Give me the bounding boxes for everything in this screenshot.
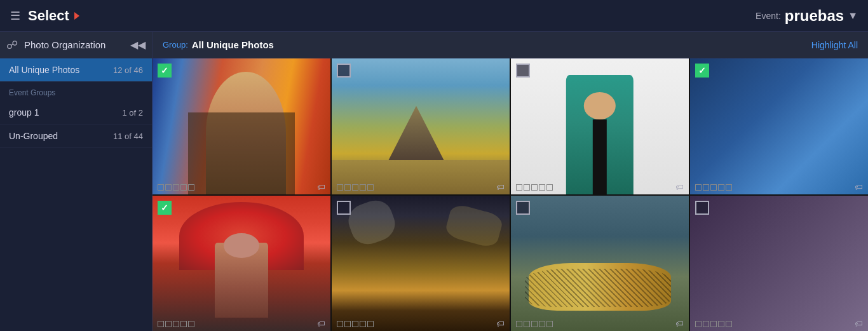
photo-checkbox-4[interactable] (695, 64, 709, 78)
photo-stars-2 (337, 184, 374, 191)
event-dropdown-icon[interactable]: ▼ (848, 10, 858, 22)
star-icon (726, 184, 732, 191)
sidebar-item-all-unique-photos[interactable]: All Unique Photos 12 of 46 (0, 58, 152, 82)
sidebar-all-unique-count: 12 of 46 (113, 65, 143, 75)
star-icon (360, 321, 366, 327)
star-icon (173, 321, 179, 327)
photo-org-title: Photo Organization (24, 39, 130, 50)
star-icon (367, 321, 374, 327)
star-icon (337, 184, 343, 191)
brand-text: Select (28, 8, 69, 24)
sidebar-item-group1[interactable]: group 1 1 of 2 (0, 101, 152, 125)
tag-icon: 🏷 (675, 182, 684, 192)
photo-grid: 🏷 🏷 (153, 58, 868, 331)
tag-icon: 🏷 (855, 319, 863, 328)
photo-cell-4[interactable]: 🏷 (690, 58, 868, 194)
tag-icon: 🏷 (496, 182, 505, 192)
photo-stars-7 (516, 321, 553, 327)
photo-cell-8[interactable]: 🏷 (690, 196, 868, 332)
sidebar-ungrouped-count: 11 of 44 (113, 132, 143, 141)
sidebar-group1-count: 1 of 2 (122, 108, 143, 118)
photo-checkbox-6[interactable] (337, 201, 351, 215)
tag-icon: 🏷 (317, 319, 325, 328)
star-icon (710, 184, 717, 191)
photo-checkbox-8[interactable] (695, 201, 709, 215)
sidebar-all-unique-label: All Unique Photos (9, 65, 113, 75)
star-icon (516, 321, 522, 327)
star-icon (718, 321, 724, 327)
star-icon (524, 184, 530, 191)
tag-icon: 🏷 (855, 182, 863, 192)
star-icon (367, 184, 374, 191)
sidebar-item-ungrouped[interactable]: Un-Grouped 11 of 44 (0, 125, 152, 148)
star-icon (173, 184, 179, 191)
collapse-sidebar-icon[interactable]: ◀◀ (130, 39, 146, 51)
star-icon (726, 321, 732, 327)
tag-icon: 🏷 (317, 182, 325, 192)
star-icon (158, 184, 164, 191)
photo-stars-1 (158, 184, 194, 191)
star-icon (524, 321, 530, 327)
photo-stars-5 (158, 321, 194, 327)
photo-stars-3 (516, 184, 553, 191)
photo-stars-6 (337, 321, 374, 327)
photo-cell-2[interactable]: 🏷 (332, 58, 510, 194)
star-icon (695, 184, 702, 191)
event-label: Event: (756, 11, 781, 21)
sidebar: All Unique Photos 12 of 46 Event Groups … (0, 58, 153, 331)
photo-cell-3[interactable]: 🏷 (511, 58, 689, 194)
sidebar-group1-label: group 1 (9, 107, 122, 118)
star-icon (531, 321, 538, 327)
sub-nav-left: ☍ Photo Organization ◀◀ (0, 32, 153, 58)
star-icon (695, 321, 702, 327)
sub-nav-right: Group: All Unique Photos Highlight All (153, 39, 868, 50)
star-icon (165, 321, 172, 327)
group-label: Group: (163, 40, 188, 50)
star-icon (158, 321, 164, 327)
photo-checkbox-1[interactable] (158, 64, 172, 78)
photo-checkbox-5[interactable] (158, 201, 172, 215)
star-icon (337, 321, 343, 327)
star-icon (546, 321, 553, 327)
star-icon (360, 184, 366, 191)
sidebar-event-groups-header: Event Groups (0, 82, 152, 101)
photo-cell-6[interactable]: 🏷 (332, 196, 510, 332)
photo-cell-7[interactable]: 🏷 (511, 196, 689, 332)
star-icon (516, 184, 522, 191)
event-groups-label: Event Groups (9, 88, 55, 97)
star-icon (539, 321, 545, 327)
top-nav: ☰ Select Event: pruebas ▼ (0, 0, 868, 32)
photo-checkbox-2[interactable] (337, 64, 351, 78)
star-icon (539, 184, 545, 191)
photo-org-icon: ☍ (6, 38, 18, 52)
star-icon (718, 184, 724, 191)
star-icon (703, 321, 709, 327)
photo-cell-1[interactable]: 🏷 (153, 58, 330, 194)
sidebar-ungrouped-label: Un-Grouped (9, 131, 113, 141)
brand-arrow-icon (74, 12, 79, 20)
photo-stars-4 (695, 184, 732, 191)
event-name: pruebas (785, 7, 844, 25)
highlight-all-button[interactable]: Highlight All (811, 40, 858, 50)
star-icon (344, 321, 351, 327)
photo-checkbox-7[interactable] (516, 201, 530, 215)
star-icon (546, 184, 553, 191)
photo-stars-8 (695, 321, 732, 327)
photo-cell-5[interactable]: 🏷 (153, 196, 330, 332)
star-icon (344, 184, 351, 191)
tag-icon: 🏷 (496, 319, 505, 328)
star-icon (180, 321, 187, 327)
star-icon (188, 321, 194, 327)
star-icon (710, 321, 717, 327)
tag-icon: 🏷 (675, 319, 684, 328)
star-icon (180, 184, 187, 191)
photo-checkbox-3[interactable] (516, 64, 530, 78)
sub-nav: ☍ Photo Organization ◀◀ Group: All Uniqu… (0, 32, 868, 58)
star-icon (352, 321, 358, 327)
star-icon (703, 184, 709, 191)
star-icon (165, 184, 172, 191)
star-icon (188, 184, 194, 191)
star-icon (531, 184, 538, 191)
hamburger-icon[interactable]: ☰ (10, 9, 20, 23)
main-layout: All Unique Photos 12 of 46 Event Groups … (0, 58, 868, 331)
